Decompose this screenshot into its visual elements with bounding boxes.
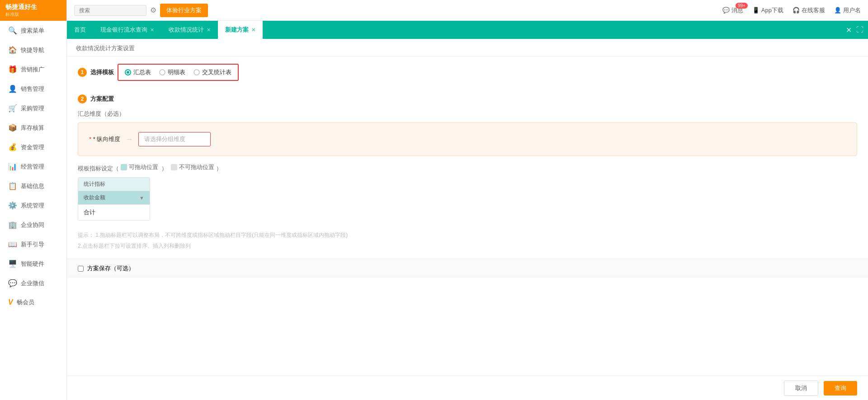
search-input[interactable] (74, 5, 146, 16)
step2-section: 2 方案配置 汇总维度（必选） * * 纵向维度 → 请选择分组维度 (67, 94, 868, 259)
industry-btn[interactable]: 体验行业方案 (160, 4, 208, 17)
tab-receipt-stat[interactable]: 收款情况统计 ✕ (161, 21, 218, 39)
sidebar-item-smart-hw[interactable]: 🖥️ 智能硬件 (0, 254, 66, 273)
sidebar: 畅捷通好生 标准版 🔍 搜索菜单 🏠 快捷导航 🎁 营销推广 👤 销售管理 🛒 … (0, 0, 67, 400)
user-avatar[interactable]: 👤 用户名 (834, 6, 861, 14)
indicator-header: 模板指标设定（ 可拖动位置 ） 不可拖动位置 ） (78, 163, 857, 173)
save-label: 方案保存（可选） (87, 264, 134, 273)
template-selection-box: 汇总表 明细表 交叉统计表 (118, 64, 239, 81)
indicator-section: 模板指标设定（ 可拖动位置 ） 不可拖动位置 ） (78, 163, 857, 221)
content-inner: 收款情况统计方案设置 1 选择模板 汇总表 明细表 (67, 39, 868, 376)
indicator-col-header[interactable]: 收款金额 ▼ (78, 191, 150, 205)
non-draggable-legend: 不可拖动位置 (171, 163, 214, 171)
guide-icon: 📖 (8, 240, 17, 249)
step1-section: 1 选择模板 汇总表 明细表 交叉统计表 (67, 56, 868, 94)
dimension-row: * * 纵向维度 → 请选择分组维度 (89, 132, 846, 146)
indicator-table-total: 合计 (78, 205, 150, 220)
search-menu-icon: 🔍 (8, 26, 17, 35)
page-title: 收款情况统计方案设置 (67, 39, 868, 56)
radio-circle-cross (193, 69, 200, 75)
sidebar-item-finance[interactable]: 💰 资金管理 (0, 137, 66, 157)
query-button[interactable]: 查询 (824, 381, 857, 395)
sales-icon: 👤 (8, 85, 17, 93)
radio-circle-summary (125, 69, 131, 75)
main-area: ⚙ 体验行业方案 💬 消息 99+ 📱 App下载 🎧 在线客服 👤 用户名 (67, 0, 868, 400)
purchase-icon: 🛒 (8, 104, 17, 113)
vertical-label: * * 纵向维度 (89, 135, 120, 143)
tab-close-new-plan[interactable]: ✕ (251, 27, 255, 33)
draggable-legend-box (121, 164, 127, 170)
step1-header: 1 选择模板 汇总表 明细表 交叉统计表 (78, 64, 857, 81)
sidebar-item-sales[interactable]: 👤 销售管理 (0, 79, 66, 99)
sidebar-item-purchase[interactable]: 🛒 采购管理 (0, 99, 66, 118)
sidebar-logo-sub: 标准版 (5, 11, 37, 18)
footer-bar: 取消 查询 (67, 376, 868, 400)
member-icon: V (8, 298, 13, 306)
app-download-btn[interactable]: 📱 App下载 (752, 6, 783, 14)
radio-label-summary: 汇总表 (133, 68, 151, 76)
step2-title: 方案配置 (90, 95, 114, 103)
step1-num: 1 (78, 68, 87, 77)
non-draggable-legend-box (171, 164, 177, 170)
topbar-right: 💬 消息 99+ 📱 App下载 🎧 在线客服 👤 用户名 (722, 6, 861, 14)
sidebar-item-enterprise[interactable]: 🏢 企业协同 (0, 215, 66, 235)
dimension-sublabel: 汇总维度（必选） (78, 110, 857, 118)
radio-circle-detail (159, 69, 165, 75)
sidebar-logo-text: 畅捷通好生 (5, 3, 37, 11)
indicator-table-header: 统计指标 (78, 178, 150, 191)
radio-label-cross: 交叉统计表 (202, 68, 231, 76)
operation-icon: 📊 (8, 162, 17, 171)
marketing-icon: 🎁 (8, 65, 17, 74)
tab-home[interactable]: 首页 (67, 21, 93, 39)
indicator-col-dropdown-icon: ▼ (139, 195, 144, 201)
finance-icon: 💰 (8, 143, 17, 151)
tab-bank-flow[interactable]: 现金银行流水查询 ✕ (93, 21, 161, 39)
arrow-icon: → (126, 135, 133, 143)
inventory-icon: 📦 (8, 123, 17, 132)
tabbar: 首页 现金银行流水查询 ✕ 收款情况统计 ✕ 新建方案 ✕ ✕ ⛶ (67, 21, 868, 39)
save-row: 方案保存（可选） (67, 259, 868, 278)
dimension-area: * * 纵向维度 → 请选择分组维度 (78, 122, 857, 156)
tip-1: 提示： 1.拖动标题栏可以调整布局，不可跨维度或指标区域拖动栏目字段(只能在同一… (78, 230, 857, 240)
enterprise-icon: 🏢 (8, 221, 17, 229)
gear-icon[interactable]: ⚙ (150, 6, 156, 14)
content-area: 收款情况统计方案设置 1 选择模板 汇总表 明细表 (67, 39, 868, 376)
sidebar-item-marketing[interactable]: 🎁 营销推广 (0, 60, 66, 79)
sidebar-item-wechat[interactable]: 💬 企业微信 (0, 273, 66, 293)
avatar-icon: 👤 (834, 7, 841, 14)
sidebar-item-search-menu[interactable]: 🔍 搜索菜单 (0, 21, 66, 40)
indicator-setting-label: 模板指标设定（ 可拖动位置 ） 不可拖动位置 ） (78, 163, 222, 173)
customer-service-btn[interactable]: 🎧 在线客服 (793, 6, 825, 14)
radio-summary[interactable]: 汇总表 (125, 68, 151, 76)
tips-section: 提示： 1.拖动标题栏可以调整布局，不可跨维度或指标区域拖动栏目字段(只能在同一… (78, 230, 857, 251)
system-icon: ⚙️ (8, 201, 17, 210)
sidebar-logo: 畅捷通好生 标准版 (0, 0, 66, 21)
sidebar-item-system[interactable]: ⚙️ 系统管理 (0, 196, 66, 215)
sidebar-item-guide[interactable]: 📖 新手引导 (0, 235, 66, 254)
message-badge: 99+ (736, 3, 748, 9)
maximize-icon[interactable]: ⛶ (856, 26, 863, 34)
radio-label-detail: 明细表 (168, 68, 185, 76)
close-window-icon[interactable]: ✕ (846, 26, 852, 34)
tabbar-actions: ✕ ⛶ (846, 26, 868, 34)
radio-detail[interactable]: 明细表 (159, 68, 185, 76)
cancel-button[interactable]: 取消 (784, 381, 818, 396)
sidebar-item-inventory[interactable]: 📦 库存核算 (0, 118, 66, 137)
topbar: ⚙ 体验行业方案 💬 消息 99+ 📱 App下载 🎧 在线客服 👤 用户名 (67, 0, 868, 21)
sidebar-item-quick-nav[interactable]: 🏠 快捷导航 (0, 40, 66, 60)
sidebar-item-operation[interactable]: 📊 经营管理 (0, 157, 66, 176)
tab-new-plan[interactable]: 新建方案 ✕ (218, 21, 263, 39)
save-checkbox[interactable] (78, 266, 84, 272)
tab-close-bank-flow[interactable]: ✕ (150, 27, 154, 33)
step1-title: 选择模板 (90, 68, 114, 76)
step2-header: 2 方案配置 (78, 94, 857, 104)
dimension-select[interactable]: 请选择分组维度 (138, 132, 211, 146)
radio-cross[interactable]: 交叉统计表 (193, 68, 231, 76)
tab-close-receipt-stat[interactable]: ✕ (207, 27, 211, 33)
step2-num: 2 (78, 94, 87, 104)
indicator-table: 统计指标 收款金额 ▼ 合计 (78, 177, 150, 221)
sidebar-item-member[interactable]: V 畅会员 (0, 293, 66, 312)
sidebar-item-basic-info[interactable]: 📋 基础信息 (0, 176, 66, 196)
tip-2: 2.点击标题栏下拉可设置排序、插入列和删除列 (78, 240, 857, 251)
message-btn[interactable]: 💬 消息 99+ (722, 6, 743, 14)
